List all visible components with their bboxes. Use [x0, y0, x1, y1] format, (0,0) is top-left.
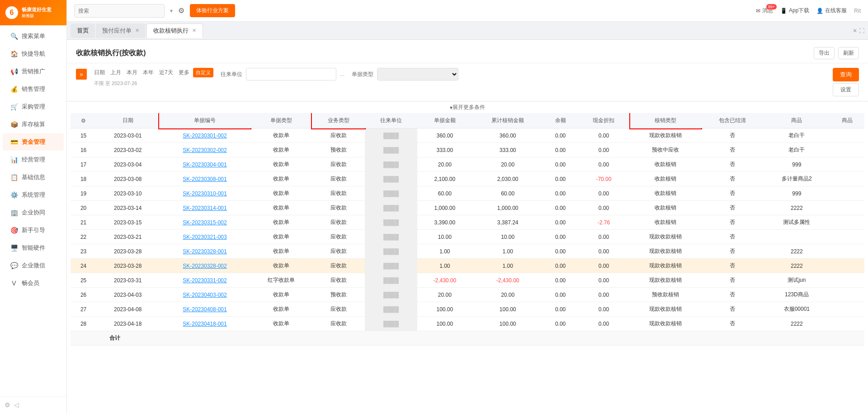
cell-doc-no[interactable]: SK-20230331-002 [159, 273, 250, 288]
date-last-7-days-button[interactable]: 近7天 [157, 68, 175, 77]
sidebar-item-member[interactable]: V 畅会员 [3, 275, 64, 292]
wechat-icon: 💬 [10, 261, 18, 270]
doc-no-link[interactable]: SK-20230301-002 [183, 133, 226, 139]
refresh-button[interactable]: 刷新 [838, 47, 859, 59]
th-writeoff-amount[interactable]: 累计核销金额 [472, 113, 543, 128]
tab-close-all-icon[interactable]: ✕ [853, 28, 857, 34]
cell-doc-no[interactable]: SK-20230308-001 [159, 172, 250, 186]
th-cash-discount[interactable]: 现金折扣 [577, 113, 630, 128]
cell-doc-no[interactable]: SK-20230328-002 [159, 259, 250, 273]
cell-balance: 0.00 [543, 273, 577, 288]
sidebar-item-system[interactable]: ⚙️ 系统管理 [3, 186, 64, 204]
partner-filter-input[interactable] [246, 68, 336, 81]
th-goods[interactable]: 商品 [763, 113, 830, 128]
cell-doc-no[interactable]: SK-20230321-003 [159, 230, 250, 244]
doc-no-link[interactable]: SK-20230310-001 [183, 190, 226, 197]
cell-writeoff-type: 收款核销 [630, 186, 702, 201]
tab-receipt-writeoff[interactable]: 收款核销执行 ✕ [146, 24, 203, 38]
doc-no-link[interactable]: SK-20230302-002 [183, 147, 226, 153]
sidebar-item-purchase[interactable]: 🛒 采购管理 [3, 98, 64, 115]
th-gear[interactable]: ⚙ [71, 113, 96, 128]
tab-expand-icon[interactable]: ⛶ [859, 28, 864, 34]
tab-advance-payment-close-icon[interactable]: ✕ [135, 28, 139, 33]
collapse-icon[interactable]: ◁ [14, 401, 19, 408]
app-download-button[interactable]: 📱 App下载 [780, 7, 809, 14]
online-service-button[interactable]: 👤 在线客服 [816, 7, 847, 14]
cell-doc-no[interactable]: SK-20230304-001 [159, 157, 250, 172]
cell-doc-no[interactable]: SK-20230408-001 [159, 302, 250, 317]
tab-receipt-writeoff-close-icon[interactable]: ✕ [192, 28, 196, 33]
th-biz-type[interactable]: 业务类型 [312, 113, 364, 128]
th-doc-type[interactable]: 单据类型 [250, 113, 312, 128]
date-more-button[interactable]: 更多 [177, 68, 191, 77]
filter-expand-button[interactable]: » [76, 69, 87, 80]
th-date[interactable]: 日期 [96, 113, 159, 128]
sidebar-item-enterprise[interactable]: 🏢 企业协同 [3, 204, 64, 221]
topbar-gear-icon[interactable]: ⚙ [178, 6, 184, 15]
settings-bottom-icon[interactable]: ⚙ [5, 401, 10, 408]
cell-no: 25 [71, 273, 96, 288]
date-last-month-button[interactable]: 上月 [108, 68, 123, 77]
doc-no-link[interactable]: SK-20230403-002 [183, 292, 226, 298]
cell-doc-no[interactable]: SK-20230302-002 [159, 143, 250, 157]
doc-no-link[interactable]: SK-20230304-001 [183, 161, 226, 168]
th-writeoff-type[interactable]: 核销类型 [630, 113, 702, 128]
th-partner[interactable]: 往来单位 [365, 113, 417, 128]
doc-no-link[interactable]: SK-20230321-003 [183, 234, 226, 240]
cell-doc-no[interactable]: SK-20230418-001 [159, 317, 250, 331]
dropdown-arrow-icon[interactable]: ▾ [170, 8, 173, 14]
cell-biz-type: 应收款 [312, 128, 364, 143]
tab-advance-payment[interactable]: 预付应付单 ✕ [96, 24, 146, 38]
cell-balance: 0.00 [543, 259, 577, 273]
doc-no-link[interactable]: SK-20230328-002 [183, 263, 226, 269]
sidebar-item-sales[interactable]: 💰 销售管理 [3, 81, 64, 98]
doc-no-link[interactable]: SK-20230315-002 [183, 219, 226, 226]
cell-doc-no[interactable]: SK-20230301-002 [159, 128, 250, 143]
doc-no-link[interactable]: SK-20230408-001 [183, 306, 226, 313]
sidebar-item-hardware[interactable]: 🖥️ 智能硬件 [3, 239, 64, 256]
doc-no-link[interactable]: SK-20230314-001 [183, 205, 226, 211]
date-custom-button[interactable]: 自定义 [193, 68, 213, 77]
doc-type-filter-select[interactable] [377, 68, 458, 81]
expand-more-conditions[interactable]: ▾ 展开更多条件 [67, 101, 868, 113]
cell-doc-no[interactable]: SK-20230315-002 [159, 215, 250, 230]
industry-solution-button[interactable]: 体验行业方案 [190, 4, 235, 17]
sidebar-item-operations[interactable]: 📊 经营管理 [3, 151, 64, 168]
cell-doc-no[interactable]: SK-20230310-001 [159, 186, 250, 201]
sidebar-item-wechat[interactable]: 💬 企业微信 [3, 257, 64, 274]
sidebar-item-search[interactable]: 🔍 搜索菜单 [3, 28, 64, 45]
export-button[interactable]: 导出 [814, 47, 835, 59]
cell-doc-no[interactable]: SK-20230314-001 [159, 201, 250, 215]
sidebar-item-finance[interactable]: 💳 资金管理 [3, 133, 64, 151]
doc-no-link[interactable]: SK-20230308-001 [183, 176, 226, 182]
cell-doc-no[interactable]: SK-20230328-001 [159, 244, 250, 259]
doc-no-link[interactable]: SK-20230418-001 [183, 321, 226, 327]
cell-doc-type: 收款单 [250, 288, 312, 302]
query-button[interactable]: 查询 [833, 68, 859, 81]
th-goods2[interactable]: 商品 [830, 113, 864, 128]
date-this-month-button[interactable]: 本月 [125, 68, 139, 77]
sidebar-item-guide[interactable]: 🎯 新手引导 [3, 222, 64, 239]
date-this-year-button[interactable]: 本年 [141, 68, 156, 77]
th-doc-no[interactable]: 单据编号 [159, 113, 250, 128]
table-row: 232023-03-28SK-20230328-001收款单应收款████1.0… [71, 244, 864, 259]
th-amount[interactable]: 单据金额 [417, 113, 472, 128]
sidebar-item-basic[interactable]: 📋 基础信息 [3, 169, 64, 186]
cell-doc-no[interactable]: SK-20230403-002 [159, 288, 250, 302]
message-button[interactable]: ✉ 消息 99+ [756, 7, 773, 14]
sidebar-item-label: 搜索菜单 [22, 32, 45, 40]
cell-date: 2023-03-28 [96, 244, 159, 259]
cell-writeoff-amount: 3,387.24 [472, 215, 543, 230]
doc-no-link[interactable]: SK-20230328-001 [183, 248, 226, 255]
sidebar-item-marketing[interactable]: 📢 营销推广 [3, 63, 64, 80]
sidebar-item-inventory[interactable]: 📦 库存核算 [3, 116, 64, 133]
doc-no-link[interactable]: SK-20230331-002 [183, 277, 226, 284]
tab-home[interactable]: 首页 [71, 24, 95, 38]
cell-amount: 3,390.00 [417, 215, 472, 230]
topbar-search-input[interactable] [74, 4, 165, 18]
th-include-settled[interactable]: 包含已结清 [701, 113, 763, 128]
settings-button[interactable]: 设置 [833, 83, 859, 96]
sidebar-item-quick-nav[interactable]: 🏠 快捷导航 [3, 45, 64, 62]
th-balance[interactable]: 余额 [543, 113, 577, 128]
filter-more-icon[interactable]: ... [340, 71, 344, 77]
